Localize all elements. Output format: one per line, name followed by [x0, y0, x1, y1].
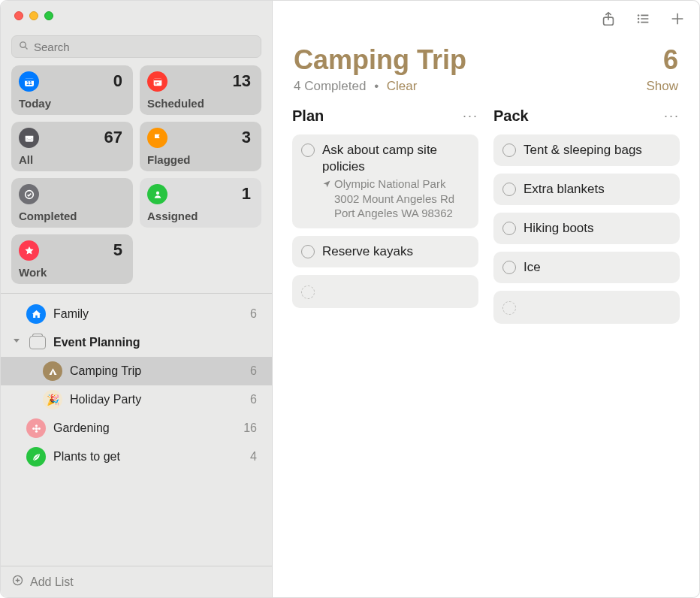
window-controls [1, 1, 272, 31]
add-list-label: Add List [30, 575, 74, 589]
calendar-today-icon: 11 [19, 71, 39, 92]
tile-scheduled[interactable]: 13 Scheduled [140, 65, 261, 115]
list-title: Camping Trip [294, 44, 466, 76]
group-event-planning[interactable]: Event Planning [1, 328, 272, 357]
checkbox[interactable] [502, 261, 516, 274]
app-window: 11 0 Today 13 Scheduled 67 All [0, 0, 700, 598]
sidebar: 11 0 Today 13 Scheduled 67 All [1, 1, 273, 597]
checkbox-placeholder [502, 301, 516, 315]
tray-icon [19, 128, 39, 148]
tile-work[interactable]: 5 Work [11, 234, 133, 284]
tile-completed[interactable]: Completed [11, 178, 133, 228]
reminder-title: Hiking boots [523, 220, 671, 237]
svg-line-1 [25, 47, 27, 49]
list-gardening-name: Gardening [53, 421, 110, 435]
svg-text:11: 11 [26, 80, 32, 86]
reminder-item[interactable]: Hiking boots [493, 213, 680, 244]
tile-assigned-label: Assigned [147, 210, 198, 222]
folder-icon [29, 336, 46, 349]
tile-assigned-count: 1 [242, 184, 251, 204]
reminder-title: Extra blankets [523, 181, 671, 198]
tile-flagged-label: Flagged [147, 153, 191, 166]
completed-count-text: 4 Completed [294, 79, 366, 93]
svg-point-25 [638, 18, 640, 20]
reminder-title: Reserve kayaks [322, 243, 469, 260]
reminder-item[interactable]: Extra blankets [493, 174, 680, 205]
reminder-item[interactable]: Ask about camp site policies Olympic Nat… [292, 134, 478, 228]
svg-point-23 [638, 14, 640, 17]
tile-flagged[interactable]: 3 Flagged [140, 122, 261, 171]
share-button[interactable] [600, 11, 617, 27]
zoom-window-button[interactable] [44, 11, 53, 20]
list-family-name: Family [53, 307, 89, 321]
checkmark-circle-icon [19, 184, 39, 204]
tile-today-count: 0 [113, 71, 122, 91]
location-icon [322, 177, 331, 186]
reminder-address-line2: Port Angeles WA 98362 [322, 206, 469, 221]
list-family[interactable]: Family 6 [1, 300, 272, 328]
tile-assigned[interactable]: 1 Assigned [140, 178, 261, 228]
tile-today-label: Today [19, 97, 51, 110]
reminder-title: Tent & sleeping bags [523, 142, 671, 159]
checkbox[interactable] [502, 143, 516, 157]
reminder-address-line1: 3002 Mount Angeles Rd [322, 192, 469, 207]
list-holiday-party[interactable]: 🎉 Holiday Party 6 [1, 385, 272, 414]
svg-point-16 [35, 430, 37, 432]
list-holiday-party-count: 6 [250, 393, 257, 406]
search-input[interactable] [34, 41, 255, 53]
section-pack-menu-button[interactable]: ··· [664, 108, 680, 124]
person-icon [147, 184, 167, 204]
list-family-count: 6 [250, 307, 257, 321]
checkbox[interactable] [502, 222, 516, 235]
new-reminder-button[interactable] [669, 11, 686, 27]
section-pack: Pack ··· Tent & sleeping bags Extra blan… [493, 103, 680, 597]
svg-rect-9 [155, 82, 156, 83]
svg-rect-7 [153, 78, 161, 80]
tent-icon [43, 361, 62, 381]
close-window-button[interactable] [14, 11, 23, 20]
my-lists-section: Family 6 Event Planning Camping Trip 6 [1, 293, 272, 566]
new-reminder-placeholder[interactable] [493, 291, 680, 324]
list-camping-trip[interactable]: Camping Trip 6 [1, 357, 272, 385]
tile-work-label: Work [19, 266, 47, 279]
list-camping-trip-count: 6 [250, 364, 257, 378]
list-gardening-count: 16 [243, 421, 257, 435]
tile-all-count: 67 [104, 128, 122, 147]
reminder-title: Ice [523, 259, 671, 276]
list-plants-to-get[interactable]: Plants to get 4 [1, 442, 272, 471]
list-gardening[interactable]: Gardening 16 [1, 414, 272, 442]
smart-lists-grid: 11 0 Today 13 Scheduled 67 All [1, 65, 272, 293]
separator-dot: • [374, 79, 379, 93]
reminder-item[interactable]: Reserve kayaks [292, 236, 478, 267]
list-camping-trip-name: Camping Trip [70, 364, 141, 378]
star-icon [19, 240, 39, 261]
clear-completed-button[interactable]: Clear [387, 79, 418, 93]
show-completed-button[interactable]: Show [646, 79, 678, 94]
checkbox-placeholder [301, 285, 315, 299]
new-reminder-placeholder[interactable] [292, 275, 478, 308]
reminder-item[interactable]: Ice [493, 252, 680, 283]
toolbar [273, 1, 699, 37]
checkbox[interactable] [301, 143, 315, 157]
chevron-down-icon [13, 337, 20, 348]
minimize-window-button[interactable] [29, 11, 38, 20]
group-event-planning-name: Event Planning [53, 336, 140, 349]
svg-point-0 [20, 42, 26, 48]
completed-summary: 4 Completed • Clear [294, 79, 417, 94]
reminder-location-name: Olympic National Park [334, 177, 445, 192]
checkbox[interactable] [301, 245, 315, 258]
search-field[interactable] [11, 35, 261, 58]
checkbox[interactable] [502, 183, 516, 196]
house-icon [26, 304, 46, 324]
view-options-button[interactable] [635, 11, 651, 27]
tile-all[interactable]: 67 All [11, 122, 133, 171]
tile-flagged-count: 3 [242, 128, 251, 147]
list-plants-count: 4 [250, 450, 257, 464]
tile-today[interactable]: 11 0 Today [11, 65, 133, 115]
list-count: 6 [663, 44, 678, 76]
tile-scheduled-label: Scheduled [147, 97, 204, 110]
leaf-icon [26, 447, 46, 467]
section-plan-menu-button[interactable]: ··· [463, 108, 478, 124]
add-list-button[interactable]: Add List [1, 566, 272, 597]
reminder-item[interactable]: Tent & sleeping bags [493, 134, 680, 166]
